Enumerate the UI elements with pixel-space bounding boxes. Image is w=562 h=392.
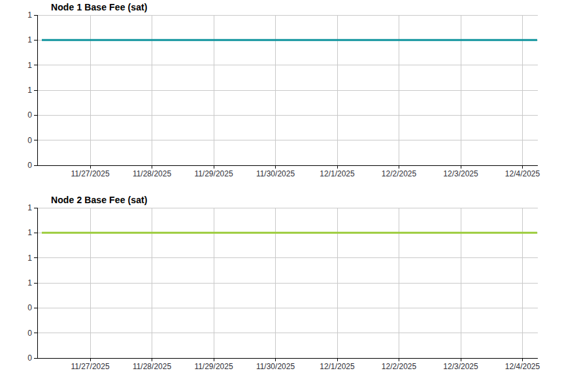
x-tick-label: 11/27/2025: [71, 169, 109, 178]
x-tick-label: 11/27/2025: [71, 362, 109, 371]
x-tick-label: 11/28/2025: [133, 169, 171, 178]
x-tick-label: 11/29/2025: [194, 169, 233, 178]
y-tick-label: 0: [27, 303, 32, 312]
tick-labels: 111100011/27/202511/28/202511/29/202511/…: [27, 203, 540, 371]
node1-chart-plot: 111100011/27/202511/28/202511/29/202511/…: [0, 0, 562, 186]
x-tick-label: 11/30/2025: [256, 169, 295, 178]
y-tick-label: 0: [27, 161, 32, 170]
y-tick-label: 0: [27, 136, 32, 145]
y-tick-label: 1: [27, 10, 32, 20]
y-tick-label: 1: [27, 61, 32, 70]
gridlines: [37, 15, 538, 165]
x-tick-label: 12/3/2025: [443, 169, 478, 178]
x-tick-label: 11/28/2025: [133, 362, 171, 371]
y-tick-label: 1: [27, 278, 32, 287]
node2-base-fee-chart: Node 2 Base Fee (sat) 111100011/27/20251…: [0, 193, 562, 382]
y-tick-label: 0: [27, 329, 32, 338]
y-tick-label: 1: [27, 203, 32, 212]
axes: [34, 208, 538, 361]
y-tick-label: 1: [27, 228, 32, 237]
x-tick-label: 12/1/2025: [320, 362, 355, 371]
x-tick-label: 11/30/2025: [256, 362, 295, 371]
chart-page: { "colors": { "background": "#ffffff", "…: [0, 0, 562, 392]
x-tick-label: 12/1/2025: [320, 169, 355, 178]
y-tick-label: 0: [27, 353, 32, 363]
axes: [34, 15, 538, 169]
x-tick-label: 12/4/2025: [505, 362, 540, 371]
node2-chart-plot: 111100011/27/202511/28/202511/29/202511/…: [0, 193, 562, 379]
x-tick-label: 12/4/2025: [505, 169, 540, 178]
x-tick-label: 11/29/2025: [194, 362, 233, 371]
y-tick-label: 1: [27, 253, 32, 263]
x-tick-label: 12/2/2025: [382, 169, 417, 178]
y-tick-label: 1: [27, 86, 32, 95]
node1-base-fee-chart: Node 1 Base Fee (sat) 111100011/27/20251…: [0, 0, 562, 189]
y-tick-label: 1: [27, 35, 32, 44]
x-tick-label: 12/2/2025: [382, 362, 417, 371]
tick-labels: 111100011/27/202511/28/202511/29/202511/…: [27, 10, 540, 178]
x-tick-label: 12/3/2025: [443, 362, 478, 371]
gridlines: [37, 208, 538, 358]
y-tick-label: 0: [27, 110, 32, 120]
